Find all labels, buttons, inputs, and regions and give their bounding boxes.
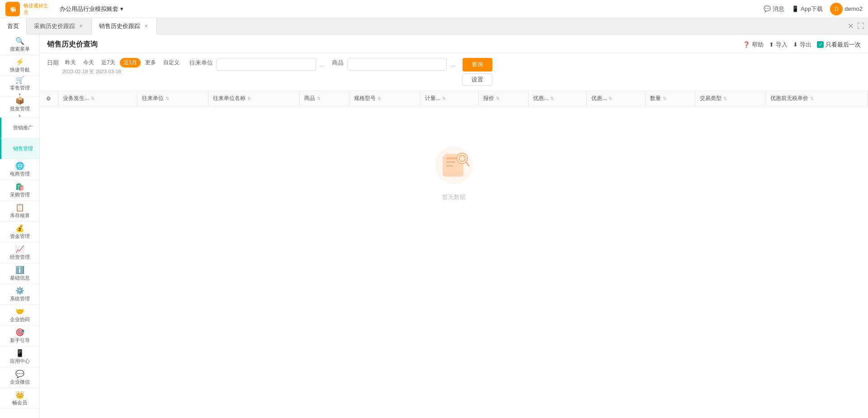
th-pre-tax-price[interactable]: 优惠前无税单价 ⇅ <box>766 91 868 106</box>
product-filter-label: 商品 <box>332 58 344 67</box>
th-partner-name[interactable]: 往来单位名称 ⇅ <box>208 91 300 106</box>
sidebar-item-wholesale-mgmt[interactable]: 📦 批发管理 ▴ <box>0 97 39 118</box>
filter-btn-1month[interactable]: 近1月 <box>120 58 141 67</box>
logo-area: 畅 畅捷通好生意 <box>5 2 51 16</box>
th-product[interactable]: 商品 ⇅ <box>300 91 349 106</box>
product-input-group: ... <box>347 58 455 71</box>
import-btn[interactable]: ⬆ 导入 <box>769 41 788 49</box>
purchase-history-close-icon[interactable]: ✕ <box>78 23 84 29</box>
th-discount1[interactable]: 优惠... ⇅ <box>528 91 586 106</box>
sidebar-item-sales-mgmt[interactable]: 销售管理 <box>0 138 39 159</box>
page-actions: ❓ 帮助 ⬆ 导入 ⬇ 导出 ✓ 只看最后一次 <box>743 41 861 49</box>
system-icon: ⚙️ <box>15 286 24 295</box>
maximize-btn[interactable]: ⛶ <box>857 22 864 30</box>
th-trade-type[interactable]: 交易类型 ⇅ <box>695 91 765 106</box>
th-biz-date[interactable]: 业务发生... ⇅ <box>58 91 137 106</box>
sort-icon-quote: ⇅ <box>496 96 500 101</box>
filter-btn-today[interactable]: 今天 <box>80 58 97 67</box>
sidebar-item-marketing[interactable]: 营销推广 <box>0 118 39 138</box>
sort-icon-pre-tax-price: ⇅ <box>810 96 814 101</box>
th-quantity[interactable]: 数量 ⇅ <box>645 91 695 106</box>
sidebar-item-finance-mgmt[interactable]: 💰 资金管理 <box>0 222 39 242</box>
settings-icon: ⚙ <box>46 95 51 102</box>
table-container: ⚙ 业务发生... ⇅ 往来单位 ⇅ <box>40 91 868 418</box>
message-btn[interactable]: 💬 消息 <box>764 5 784 13</box>
quick-nav-icon: ⚡ <box>15 57 24 66</box>
vip-icon: 👑 <box>15 390 24 399</box>
finance-icon: 💰 <box>15 224 24 233</box>
sidebar-item-ecommerce-mgmt[interactable]: 🌐 电商管理 <box>0 159 39 180</box>
query-button[interactable]: 查询 <box>462 58 492 71</box>
enterprise-icon: 🤝 <box>15 307 24 316</box>
company-dropdown[interactable]: 办公用品行业模拟账套 ▾ <box>60 5 123 13</box>
close-all-tabs-btn[interactable]: ✕ <box>848 22 854 30</box>
svg-rect-6 <box>446 157 458 159</box>
header-center: 办公用品行业模拟账套 ▾ <box>51 5 764 13</box>
sort-icon-partner-code: ⇅ <box>165 96 169 101</box>
date-filter-btns: 昨天 今天 近7天 近1月 更多 自定义 <box>62 58 182 67</box>
sales-history-close-icon[interactable]: ✕ <box>143 23 149 29</box>
sort-icon-trade-type: ⇅ <box>723 96 727 101</box>
filter-btn-more[interactable]: 更多 <box>142 58 159 67</box>
home-tab-label: 首页 <box>7 22 19 30</box>
sidebar-item-enterprise-agree[interactable]: 🤝 企业协同 <box>0 305 39 326</box>
svg-rect-8 <box>446 165 453 166</box>
product-input[interactable] <box>347 58 447 71</box>
app-center-icon: 📱 <box>15 349 24 357</box>
chevron-down-icon: ▾ <box>120 5 123 12</box>
top-header: 畅 畅捷通好生意 办公用品行业模拟账套 ▾ 💬 消息 📱 App下载 D dem… <box>0 0 868 18</box>
sidebar-item-basic-info[interactable]: ℹ️ 基础信息 <box>0 263 39 284</box>
th-settings[interactable]: ⚙ <box>40 91 58 106</box>
sidebar-item-system-mgmt[interactable]: ⚙️ 系统管理 <box>0 284 39 305</box>
sidebar-item-app-center[interactable]: 📱 应用中心 <box>0 347 39 367</box>
purchase-history-label: 采购历史价跟踪 <box>34 22 75 30</box>
import-icon: ⬆ <box>769 41 774 48</box>
tab-sales-history[interactable]: 销售历史价跟踪 ✕ <box>92 18 157 34</box>
setting-button[interactable]: 设置 <box>462 73 492 86</box>
sidebar-item-operation-mgmt[interactable]: 📈 经营管理 <box>0 242 39 263</box>
th-partner-code[interactable]: 往来单位 ⇅ <box>137 91 208 106</box>
filter-btn-custom[interactable]: 自定义 <box>160 58 182 67</box>
date-filter-group: 日期 昨天 今天 近7天 近1月 更多 自定义 2023-02-18 至 202… <box>47 58 182 75</box>
empty-state: 暂无数据 <box>40 106 868 238</box>
th-spec[interactable]: 规格型号 ⇅ <box>349 91 420 106</box>
header-row: ⚙ 业务发生... ⇅ 往来单位 ⇅ <box>40 91 868 106</box>
sort-icon-quantity: ⇅ <box>663 96 666 101</box>
sidebar-item-retail-mgmt[interactable]: 🛒 零售管理 ▾ <box>0 76 39 97</box>
svg-rect-7 <box>446 162 455 163</box>
th-unit[interactable]: 计量... ⇅ <box>420 91 478 106</box>
table-header: ⚙ 业务发生... ⇅ 往来单位 ⇅ <box>40 91 868 106</box>
sidebar-item-new-guide[interactable]: 🎯 新手引导 <box>0 326 39 347</box>
filter-btn-group: 查询 设置 <box>462 58 492 86</box>
partner-input[interactable] <box>217 58 316 71</box>
tab-purchase-history[interactable]: 采购历史价跟踪 ✕ <box>27 18 92 34</box>
date-filter-label: 日期 <box>47 58 59 67</box>
help-btn[interactable]: ❓ 帮助 <box>743 41 764 49</box>
app-download-btn[interactable]: 📱 App下载 <box>792 5 823 13</box>
export-btn[interactable]: ⬇ 导出 <box>793 41 811 49</box>
main-layout: 🔍 搜索菜单 ⚡ 快捷导航 🛒 零售管理 ▾ 📦 批发管理 ▴ 营销推广 销售管… <box>0 34 868 418</box>
user-profile[interactable]: D demo2 <box>830 3 863 15</box>
partner-dots: ... <box>320 61 325 68</box>
filter-btn-7days[interactable]: 近7天 <box>99 58 118 67</box>
sidebar-item-inventory[interactable]: 📋 库存核算 <box>0 201 39 222</box>
date-filter-options: 昨天 今天 近7天 近1月 更多 自定义 2023-02-18 至 2023-0… <box>62 58 182 75</box>
only-last-checkbox-area[interactable]: ✓ 只看最后一次 <box>817 41 861 49</box>
sales-history-label: 销售历史价跟踪 <box>99 22 140 30</box>
sidebar-item-search-menu[interactable]: 🔍 搜索菜单 <box>0 34 39 55</box>
th-discount2[interactable]: 优惠... ⇅ <box>587 91 645 106</box>
tab-bar: 首页 采购历史价跟踪 ✕ 销售历史价跟踪 ✕ ✕ ⛶ <box>0 18 868 34</box>
sidebar-item-quick-nav[interactable]: ⚡ 快捷导航 <box>0 55 39 76</box>
date-range-display: 2023-02-18 至 2023-03-18 <box>62 68 182 75</box>
partner-filter-label: 往来单位 <box>189 58 213 67</box>
only-last-checkbox[interactable]: ✓ <box>817 41 824 48</box>
th-quote[interactable]: 报价 ⇅ <box>478 91 528 106</box>
sort-icon-discount2: ⇅ <box>609 96 612 101</box>
sort-icon-spec: ⇅ <box>377 96 381 101</box>
sidebar-item-vip-member[interactable]: 👑 畅会员 <box>0 388 39 409</box>
sidebar-item-enterprise-wechat[interactable]: 💬 企业微信 <box>0 367 39 388</box>
sidebar-item-purchase-mgmt[interactable]: 🛍️ 采购管理 <box>0 180 39 201</box>
tab-home[interactable]: 首页 <box>0 18 27 34</box>
filter-btn-yesterday[interactable]: 昨天 <box>62 58 79 67</box>
partner-filter-group: 往来单位 ... <box>189 58 325 71</box>
